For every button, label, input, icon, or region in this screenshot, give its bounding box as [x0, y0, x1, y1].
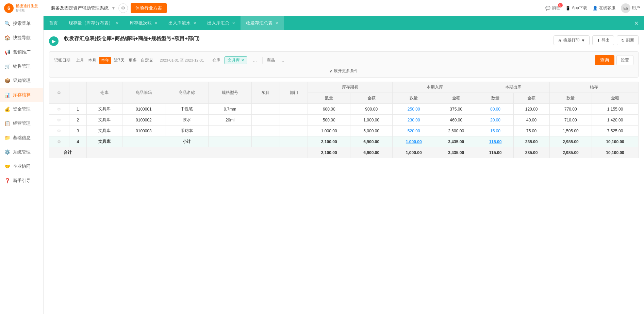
print-button[interactable]: 🖨 换版打印 ▼ [554, 35, 590, 45]
settings-icon[interactable]: ⚙ [118, 3, 128, 13]
sidebar-label-basic-info: 基础信息 [13, 135, 31, 141]
trial-button[interactable]: 体验行业方案 [131, 3, 167, 13]
closing-amt-col: 金额 [592, 93, 639, 104]
table-row: ⚙3文具库0100003采访本1,000.005,000.00520.002,6… [49, 126, 639, 136]
table-col-goods-code: 商品编码 [122, 82, 165, 104]
chevron-down-icon: ∨ [329, 69, 332, 73]
message-badge: 6 [558, 3, 563, 7]
warehouse-tag[interactable]: 文具库 ✕ [225, 56, 247, 64]
total-close-qty: 2,985.00 [549, 147, 592, 158]
sidebar-item-enterprise[interactable]: 🤝 企业协同 [0, 159, 43, 173]
table-col-goods-spec: 规格型号 [209, 82, 252, 104]
date-btn-7days[interactable]: 近7天 [113, 57, 126, 64]
expand-btn-label: 展开更多条件 [334, 68, 358, 74]
date-btn-last-month[interactable]: 上月 [75, 57, 85, 64]
sidebar-label-finance: 资金管理 [13, 106, 31, 112]
export-button[interactable]: ⬇ 导出 [592, 35, 614, 45]
opening-qty-col: 数量 [308, 93, 350, 104]
date-btn-this-month[interactable]: 本月 [87, 57, 98, 64]
sidebar-item-finance[interactable]: 💰 资金管理 [0, 102, 43, 116]
message-item[interactable]: 💬 消息 6 [545, 5, 560, 11]
expand-conditions-button[interactable]: ∨ 展开更多条件 [329, 68, 358, 74]
goods-ellipsis[interactable]: ... [279, 57, 286, 63]
avatar: Ea [621, 3, 630, 13]
linked-value[interactable]: 20.00 [490, 118, 500, 122]
tab-inventory-dist[interactable]: 现存量（库存分布表） ✕ [63, 16, 124, 30]
total-in-qty: 1,000.00 [393, 147, 435, 158]
total-close-amt: 10,100.00 [592, 147, 639, 158]
sidebar-item-basic-info[interactable]: 📁 基础信息 [0, 131, 43, 145]
page-header: ▶ 收发存汇总表(按仓库+商品编码+商品+规格型号+项目+部门) 🖨 换版打印 … [49, 35, 639, 47]
tab-batch-ledger[interactable]: 库存批次账 ✕ [124, 16, 163, 30]
warehouse-tag-close[interactable]: ✕ [241, 58, 244, 63]
user-item[interactable]: Ea 用户 [621, 3, 640, 13]
marketing-icon: 📢 [4, 49, 10, 55]
sidebar-item-search[interactable]: 🔍 搜索菜单 [0, 16, 43, 31]
search-icon: 🔍 [4, 20, 10, 27]
refresh-icon: ↻ [621, 38, 625, 43]
date-btn-more[interactable]: 更多 [127, 57, 138, 64]
query-button[interactable]: 查询 [595, 55, 614, 65]
refresh-button[interactable]: ↻ 刷新 [617, 35, 639, 45]
sys-select-icon[interactable]: ▼ [111, 5, 116, 11]
sidebar-item-marketing[interactable]: 📢 营销推广 [0, 45, 43, 59]
beginner-icon: ❓ [4, 178, 10, 184]
total-row: 合计 2,100.00 6,900.00 1,000.00 3,435.00 1… [49, 147, 639, 158]
sidebar-item-inventory[interactable]: 📊 库存核算 [0, 88, 43, 102]
sidebar-label-operation: 经营管理 [13, 120, 31, 127]
tab-inout-flow[interactable]: 出入库流水 ✕ [163, 16, 202, 30]
tab-batch-ledger-close[interactable]: ✕ [154, 21, 158, 26]
tab-inventory-dist-close[interactable]: ✕ [116, 21, 119, 26]
operation-icon: 📋 [4, 120, 10, 127]
date-btn-custom[interactable]: 自定义 [139, 57, 154, 64]
table-row: ⚙2文具库0100002胶水20ml500.001,000.00230.0046… [49, 115, 639, 126]
app-download-item[interactable]: 📱 App下载 [565, 5, 587, 11]
linked-value[interactable]: 15.00 [490, 129, 500, 133]
row-settings-icon[interactable]: ⚙ [57, 107, 61, 112]
linked-value[interactable]: 250.00 [408, 107, 420, 112]
warehouse-ellipsis[interactable]: ... [251, 57, 258, 63]
linked-value[interactable]: 115.00 [489, 139, 502, 144]
system-icon: ⚙️ [4, 149, 10, 155]
row-settings-icon[interactable]: ⚙ [57, 129, 61, 133]
tab-stock-summary-close[interactable]: ✕ [275, 21, 278, 26]
sidebar-item-system[interactable]: ⚙️ 系统管理 [0, 145, 43, 159]
sidebar-item-purchase[interactable]: 📦 采购管理 [0, 73, 43, 88]
logo-icon: 6 [4, 3, 14, 13]
filter-area: 记账日期 上月 本月 本年 近7天 更多 自定义 2023-01-01 至 20… [49, 51, 639, 78]
table-settings-col[interactable]: ⚙ [49, 82, 69, 104]
total-label: 合计 [49, 147, 87, 158]
tab-inout-flow-close[interactable]: ✕ [193, 21, 196, 26]
online-service-item[interactable]: 👤 在线客服 [593, 5, 615, 11]
sys-title: 装备及固定资产辅助管理系统 [51, 5, 109, 11]
user-label: 用户 [632, 5, 640, 11]
row-settings-icon[interactable]: ⚙ [57, 139, 61, 144]
filter-toggle[interactable]: ▶ [49, 36, 59, 46]
sales-icon: 🛒 [4, 63, 10, 69]
sidebar-label-enterprise: 企业协同 [13, 163, 31, 169]
sidebar-item-quick-nav[interactable]: 🏠 快捷导航 [0, 31, 43, 45]
table-col-goods-name: 商品名称 [165, 82, 209, 104]
tab-inout-summary[interactable]: 出入库汇总 ✕ [202, 16, 241, 30]
linked-value[interactable]: 80.00 [490, 107, 500, 112]
tab-inout-summary-label: 出入库汇总 [207, 20, 229, 26]
linked-value[interactable]: 230.00 [408, 118, 420, 122]
set-button[interactable]: 设置 [616, 55, 633, 65]
sidebar-label-search: 搜索菜单 [13, 20, 31, 27]
tab-bar-close[interactable]: ✕ [629, 20, 644, 27]
tab-inout-summary-close[interactable]: ✕ [232, 21, 235, 26]
linked-value[interactable]: 1,000.00 [406, 139, 422, 144]
sidebar-item-operation[interactable]: 📋 经营管理 [0, 116, 43, 131]
total-open-amt: 6,900.00 [350, 147, 393, 158]
sidebar-item-beginner[interactable]: ❓ 新手引导 [0, 173, 43, 188]
table-header-inbound: 本期入库 [393, 82, 477, 93]
purchase-icon: 📦 [4, 78, 10, 84]
tab-home[interactable]: 首页 [44, 16, 63, 30]
table-col-num [69, 82, 86, 104]
tab-stock-summary[interactable]: 收发存汇总表 ✕ [241, 16, 284, 30]
table-gear-icon[interactable]: ⚙ [57, 90, 61, 95]
linked-value[interactable]: 520.00 [408, 129, 420, 133]
date-btn-this-year[interactable]: 本年 [99, 57, 111, 64]
sidebar-item-sales[interactable]: 🛒 销售管理 [0, 59, 43, 73]
row-settings-icon[interactable]: ⚙ [57, 118, 61, 122]
